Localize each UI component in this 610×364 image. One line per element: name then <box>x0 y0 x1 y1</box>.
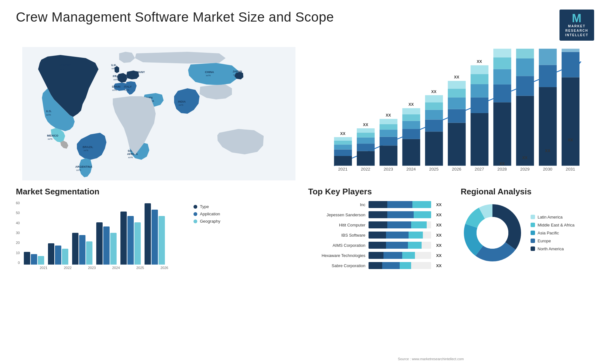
svg-text:xx%: xx% <box>60 68 64 71</box>
svg-rect-92 <box>516 58 534 76</box>
list-item: North America <box>531 246 574 251</box>
legend-dot-mea <box>531 223 535 227</box>
regional-title: Regional Analysis <box>461 187 594 197</box>
svg-text:xx%: xx% <box>112 67 116 70</box>
donut-chart <box>461 201 524 265</box>
svg-text:2028: 2028 <box>498 167 507 172</box>
svg-text:CHINA: CHINA <box>205 71 214 74</box>
player-bar-ibs <box>369 232 431 239</box>
player-bar-dark <box>369 252 383 259</box>
svg-text:GERMANY: GERMANY <box>130 71 145 74</box>
table-row: Jepessen Sanderson XX <box>308 211 442 218</box>
source-text: Source : www.marketresearchintellect.com <box>398 357 464 361</box>
legend-label-mea: Middle East & Africa <box>538 223 574 227</box>
svg-rect-45 <box>357 132 375 137</box>
player-bar-hitit <box>369 221 431 228</box>
legend-item-type: Type <box>193 204 220 209</box>
svg-rect-52 <box>380 124 397 130</box>
list-item: Latin America <box>531 215 574 219</box>
map-section: CANADA xx% U.S. xx% MEXICO xx% BRAZIL xx… <box>16 47 302 180</box>
seg-year-group-2021 <box>24 252 44 265</box>
table-row: Sabre Corporation XX <box>308 262 442 269</box>
seg-y-labels: 60 50 40 30 20 10 0 <box>16 201 21 265</box>
svg-rect-42 <box>357 151 375 166</box>
svg-text:INDIA: INDIA <box>178 100 186 103</box>
player-bar-dark <box>369 201 387 208</box>
player-bar-mid <box>383 252 402 259</box>
seg-bottom: 60 50 40 30 20 10 0 <box>16 201 302 270</box>
svg-point-112 <box>477 217 508 249</box>
svg-rect-93 <box>516 49 534 58</box>
svg-text:CANADA: CANADA <box>59 64 71 67</box>
player-bar-aims <box>369 242 431 249</box>
world-map: CANADA xx% U.S. xx% MEXICO xx% BRAZIL xx… <box>16 47 302 180</box>
player-bar-light <box>408 242 422 249</box>
svg-rect-81 <box>471 65 488 74</box>
bar-chart: 2021 XX 2022 XX 2023 XX <box>315 47 594 180</box>
svg-text:U.K.: U.K. <box>111 64 117 67</box>
list-item: Asia Pacific <box>531 231 574 235</box>
svg-text:xx%: xx% <box>206 74 211 77</box>
svg-rect-59 <box>402 114 420 121</box>
seg-bar-type-2026 <box>145 203 151 265</box>
svg-rect-38 <box>334 141 352 145</box>
player-xx-jepessen: XX <box>436 212 442 217</box>
seg-year-group-2026 <box>145 203 165 265</box>
player-xx-ibs: XX <box>436 233 442 238</box>
svg-rect-36 <box>334 150 352 156</box>
player-bar-dark <box>369 262 382 269</box>
svg-rect-78 <box>471 98 488 113</box>
svg-text:2030: 2030 <box>543 167 552 172</box>
legend-dot-apac <box>531 231 535 235</box>
seg-x-labels: 2021 2022 2023 2024 2025 2026 <box>33 266 174 270</box>
table-row: Hexaware Technologies XX <box>308 252 442 259</box>
legend-dot-latin <box>531 215 535 219</box>
svg-rect-49 <box>380 145 397 165</box>
svg-rect-66 <box>425 102 443 110</box>
player-bar-light <box>400 262 411 269</box>
player-xx-sabre: XX <box>436 263 442 268</box>
svg-rect-65 <box>425 110 443 120</box>
segmentation-title: Market Segmentation <box>16 187 302 197</box>
logo: M MARKET RESEARCH INTELLECT <box>559 10 594 41</box>
svg-rect-95 <box>539 87 557 166</box>
svg-rect-77 <box>471 113 488 166</box>
seg-bar-app-2022 <box>55 246 61 265</box>
svg-text:XX: XX <box>545 149 550 153</box>
player-name-ibs: IBS Software <box>308 233 365 238</box>
svg-text:2024: 2024 <box>406 167 416 172</box>
legend-dot-europe <box>531 239 535 243</box>
seg-bar-app-2023 <box>79 235 85 265</box>
seg-bar-app-2025 <box>127 216 134 265</box>
svg-rect-73 <box>448 89 466 98</box>
legend-label-geography: Geography <box>200 219 220 224</box>
player-bar-light <box>412 201 431 208</box>
seg-year-group-2024 <box>96 222 117 265</box>
list-item: Middle East & Africa <box>531 223 574 227</box>
table-row: Inc XX <box>308 201 442 208</box>
svg-rect-85 <box>493 84 511 102</box>
player-bar-light <box>402 252 415 259</box>
svg-text:xx%: xx% <box>113 78 118 81</box>
svg-text:XX: XX <box>522 156 528 160</box>
seg-year-group-2023 <box>72 233 92 265</box>
svg-text:XX: XX <box>568 138 573 142</box>
legend-label-latin: Latin America <box>538 215 563 219</box>
player-bar-hexaware <box>369 252 431 259</box>
seg-bar-type-2024 <box>96 222 103 265</box>
svg-rect-51 <box>380 130 397 137</box>
svg-rect-50 <box>380 137 397 146</box>
svg-rect-90 <box>516 96 534 166</box>
svg-rect-43 <box>357 144 375 151</box>
player-bar-dark <box>369 221 387 228</box>
main-grid: CANADA xx% U.S. xx% MEXICO xx% BRAZIL xx… <box>16 47 594 360</box>
svg-rect-56 <box>402 139 420 166</box>
svg-text:MEXICO: MEXICO <box>47 134 58 137</box>
svg-rect-79 <box>471 84 488 98</box>
player-bar-mid <box>382 262 400 269</box>
page-container: Crew Management Software Market Size and… <box>0 0 610 364</box>
seg-bar-geo-2022 <box>62 249 68 265</box>
svg-rect-64 <box>425 119 443 131</box>
player-xx-inc: XX <box>436 202 442 207</box>
svg-rect-86 <box>493 69 511 84</box>
